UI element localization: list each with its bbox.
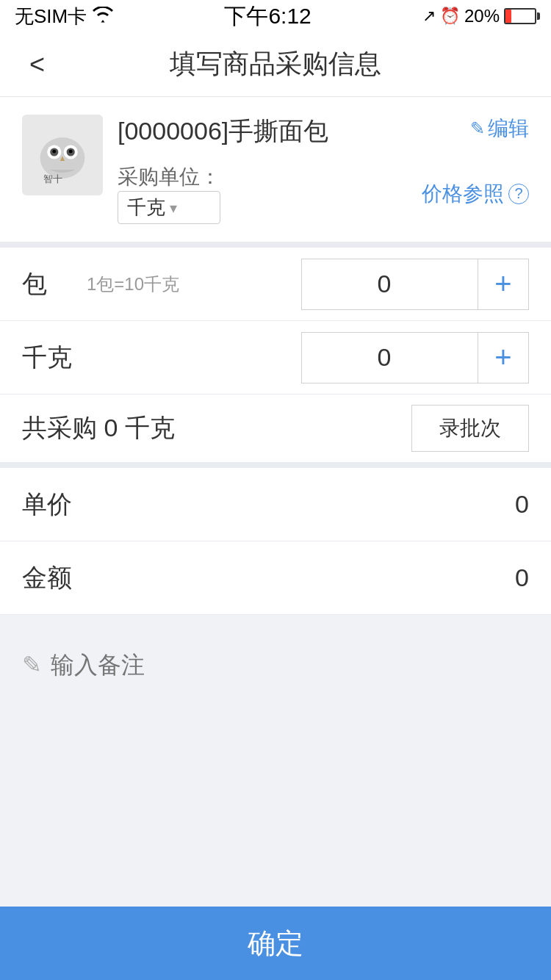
- unit-price-label: 单价: [22, 488, 72, 522]
- page-title: 填写商品采购信息: [170, 46, 381, 82]
- nav-bar: < 填写商品采购信息: [0, 32, 551, 97]
- amount-label: 金额: [22, 561, 72, 595]
- bag-input-row: 包 1包=10千克 +: [0, 248, 551, 321]
- bag-sublabel: 1包=10千克: [87, 273, 179, 296]
- unit-label: 采购单位： 千克 ▾: [118, 163, 220, 224]
- product-thumbnail: 智十: [22, 115, 103, 195]
- input-section: 包 1包=10千克 + 千克 +: [0, 248, 551, 394]
- note-section: ✎: [0, 621, 551, 709]
- bag-plus-button[interactable]: +: [478, 259, 529, 310]
- price-amount-section: 单价 0 金额 0: [0, 468, 551, 615]
- battery-icon: [504, 8, 536, 24]
- carrier-text: 无SIM卡: [15, 4, 87, 29]
- kg-label: 千克: [22, 341, 81, 375]
- time-display: 下午6:12: [224, 1, 311, 32]
- product-name: [0000006]手撕面包: [118, 115, 328, 148]
- bag-label: 包: [22, 267, 81, 301]
- price-ref-button[interactable]: 价格参照 ?: [422, 180, 529, 208]
- back-button[interactable]: <: [22, 42, 52, 87]
- bottom-spacer: [0, 709, 551, 929]
- unit-price-row: 单价 0: [0, 468, 551, 541]
- status-right: ↗ ⏰ 20%: [422, 6, 536, 26]
- kg-plus-button[interactable]: +: [478, 332, 529, 383]
- amount-row: 金额 0: [0, 541, 551, 615]
- total-text: 共采购 0 千克: [22, 411, 175, 445]
- product-card: 智十 [0000006]手撕面包 ✎ 编辑 采购单位： 千克 ▾ 价格参照 ?: [0, 97, 551, 248]
- alarm-icon: ⏰: [440, 7, 460, 26]
- confirm-button[interactable]: 确定: [0, 907, 551, 980]
- status-left: 无SIM卡: [15, 4, 113, 29]
- unit-price-value: 0: [515, 490, 529, 519]
- svg-point-5: [52, 150, 56, 154]
- pencil-icon: ✎: [22, 651, 42, 679]
- battery-percent: 20%: [464, 6, 500, 26]
- bag-quantity-input[interactable]: [301, 259, 478, 310]
- help-icon: ?: [508, 184, 529, 204]
- batch-button[interactable]: 录批次: [411, 405, 529, 452]
- amount-value: 0: [515, 563, 529, 592]
- product-info: [0000006]手撕面包 ✎ 编辑 采购单位： 千克 ▾ 价格参照 ?: [118, 115, 529, 224]
- status-bar: 无SIM卡 下午6:12 ↗ ⏰ 20%: [0, 0, 551, 32]
- total-row: 共采购 0 千克 录批次: [0, 394, 551, 468]
- location-icon: ↗: [422, 7, 436, 26]
- unit-select[interactable]: 千克 ▾: [118, 191, 220, 224]
- note-input[interactable]: [51, 652, 529, 679]
- svg-point-6: [69, 150, 73, 154]
- svg-text:智十: 智十: [43, 173, 62, 184]
- wifi-icon: [93, 5, 113, 28]
- kg-quantity-input[interactable]: [301, 332, 478, 383]
- kg-input-row: 千克 +: [0, 321, 551, 394]
- dropdown-arrow: ▾: [170, 199, 177, 217]
- edit-button[interactable]: ✎ 编辑: [470, 115, 529, 143]
